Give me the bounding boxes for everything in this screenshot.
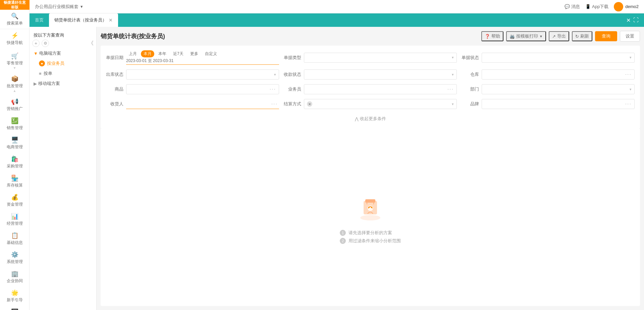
tree-mobile-arrow-icon: ▶ (34, 81, 37, 86)
empty-tip-1: 1 请先选择要分析的方案 (340, 230, 401, 236)
filter-settlement: 结算方式 ✕ ▾ (284, 99, 457, 109)
sidebar-item-system[interactable]: ⚙️ 系统管理 (0, 248, 29, 267)
close-window-icon[interactable]: ✕ (626, 17, 631, 23)
settings-btn[interactable]: 设置 (620, 31, 640, 42)
collapse-bar[interactable]: ⋀ 收起更多条件 (106, 114, 635, 124)
receiver-input[interactable]: ··· (126, 99, 279, 109)
sidebar-item-finance[interactable]: 💰 资金管理 (0, 191, 29, 210)
department-select[interactable]: ▾ (482, 84, 635, 94)
message-icon: 💬 (565, 4, 570, 9)
wholesale-expand-icon: ▲ (13, 89, 16, 93)
sidebar-item-purchase[interactable]: 🛍️ 采购管理 (0, 153, 29, 172)
date-btn-more[interactable]: 更多 (187, 50, 201, 57)
settlement-clear-tag[interactable]: ✕ (307, 101, 312, 107)
breadcrumb-arrow: ▾ (80, 4, 83, 9)
empty-state: 1 请先选择要分析的方案 2 用过滤条件来缩小分析范围 (101, 128, 640, 306)
operations-label: 经营管理 (7, 221, 23, 226)
refresh-btn[interactable]: ↻ 刷新 (572, 31, 592, 41)
add-scheme-btn[interactable]: + (32, 40, 40, 47)
tab-close-icon[interactable]: ✕ (109, 17, 113, 23)
warehouse-label: 仓库 (462, 71, 479, 78)
help-btn[interactable]: ❓ 帮助 (481, 31, 503, 41)
filter-row-1: 单据日期 上月 本月 本年 近7天 更多 自定义 2023-03-01 至 20… (106, 50, 635, 65)
collapse-icon: ⋀ (355, 116, 359, 121)
receipt-status-select[interactable]: ▾ (304, 69, 457, 80)
template-print-btn[interactable]: 🖨️ 按模板打印 ▼ (506, 31, 546, 41)
search-label: 搜索菜单 (7, 20, 23, 26)
newbie-icon: 🌟 (11, 289, 18, 297)
filter-goods: 商品 ··· (106, 84, 279, 94)
sidebar-item-sales[interactable]: 💹 销售管理 (0, 114, 29, 134)
tree-parent-mobile[interactable]: ▶ 移动端方案 (30, 79, 96, 89)
tree-child-salesperson-label: 按业务员 (47, 60, 64, 66)
tree-arrow-icon: ▼ (34, 51, 38, 56)
goods-dots: ··· (270, 86, 276, 92)
tree-child-order[interactable]: ≡ 按单 (30, 68, 96, 79)
receipt-status-arrow: ▾ (452, 72, 454, 77)
quick-nav-icon: ⚡ (11, 32, 18, 39)
query-label: 查询 (602, 34, 610, 39)
sidebar-item-operations[interactable]: 📊 经营管理 (0, 210, 29, 229)
brand-input[interactable]: ··· (482, 99, 635, 109)
sidebar-item-retail[interactable]: 🛒 零售管理 ▼ (0, 50, 29, 72)
sidebar-item-search[interactable]: 🔍 搜索菜单 (0, 10, 29, 29)
topbar-right: 💬 消息 📱 App下载 demo2 (565, 2, 639, 11)
goods-input[interactable]: ··· (126, 84, 279, 94)
tab-home[interactable]: 首页 (30, 13, 49, 27)
filter-row-2: 出库状态 ▾ 收款状态 ▾ 仓库 (106, 69, 635, 80)
out-status-select[interactable]: ▾ (126, 69, 279, 80)
sidebar-item-ecommerce[interactable]: 🖥️ 电商管理 (0, 134, 29, 153)
tree-parent-desktop[interactable]: ▼ 电脑端方案 (30, 48, 96, 58)
export-label: 导出 (557, 33, 566, 39)
tab-sales-stat[interactable]: 销货单统计表（按业务员） ✕ (49, 13, 118, 27)
date-btn-this-month[interactable]: 本月 (141, 50, 154, 57)
sidebar-item-enterprise[interactable]: 🏢 企业协同 (0, 267, 29, 287)
left-panel-title: 按以下方案查询 (34, 32, 92, 38)
date-range-display: 2023-03-01 至 2023-03-31 (126, 58, 279, 65)
app-logo: 畅捷通好生意 标版 (0, 0, 30, 10)
doc-status-select[interactable]: ▾ (482, 53, 635, 63)
date-btn-custom[interactable]: 自定义 (202, 50, 220, 57)
doc-type-select[interactable]: ▾ (304, 53, 457, 63)
sidebar-item-newbie[interactable]: 🌟 新手引导 (0, 287, 29, 306)
quick-nav-label: 快捷导航 (7, 40, 23, 46)
page-actions: ❓ 帮助 🖨️ 按模板打印 ▼ ↗ 导出 ↻ 刷新 (481, 31, 640, 42)
query-btn[interactable]: 查询 (595, 31, 617, 41)
department-label: 部门 (462, 86, 479, 92)
sidebar-item-inventory[interactable]: 🏪 库存核算 (0, 172, 29, 191)
warehouse-input[interactable]: ··· (482, 69, 635, 80)
brand-label: 品牌 (462, 101, 479, 107)
sidebar-item-quick-nav[interactable]: ⚡ 快捷导航 (0, 29, 29, 48)
doc-status-arrow: ▾ (630, 55, 632, 60)
date-btn-last-month[interactable]: 上月 (126, 50, 140, 57)
salesperson-input[interactable]: ··· (304, 84, 457, 94)
settings-scheme-btn[interactable]: ⚙ (42, 40, 49, 47)
sidebar-item-apps[interactable]: 🔲 应用中心 (0, 306, 29, 310)
ecommerce-icon: 🖥️ (11, 136, 18, 144)
template-print-label: 按模板打印 (516, 33, 538, 39)
sidebar-item-marketing[interactable]: 📢 营销推广 (0, 95, 29, 114)
out-status-arrow: ▾ (274, 72, 276, 77)
basic-icon: 📋 (11, 232, 18, 239)
enterprise-icon: 🏢 (11, 270, 18, 277)
svg-point-0 (616, 3, 621, 7)
user-menu[interactable]: demo2 (614, 2, 639, 11)
right-panel: 销货单统计表(按业务员) ❓ 帮助 🖨️ 按模板打印 ▼ ↗ 导出 (97, 27, 644, 310)
export-btn[interactable]: ↗ 导出 (549, 31, 569, 41)
maximize-icon[interactable]: ⛶ (633, 17, 639, 23)
message-btn[interactable]: 💬 消息 (565, 4, 580, 10)
receipt-status-label: 收款状态 (284, 71, 301, 78)
settlement-select[interactable]: ✕ ▾ (304, 99, 457, 109)
tab-sales-stat-label: 销货单统计表（按业务员） (54, 17, 107, 23)
app-download-btn[interactable]: 📱 App下载 (585, 4, 608, 10)
tree-desktop-label: 电脑端方案 (39, 50, 61, 56)
sidebar-item-basic[interactable]: 📋 基础信息 (0, 229, 29, 248)
collapse-panel-btn[interactable]: 《 (88, 40, 94, 47)
settlement-arrow: ▾ (452, 102, 454, 106)
marketing-icon: 📢 (11, 98, 18, 105)
goods-label: 商品 (106, 86, 123, 92)
date-btn-this-year[interactable]: 本年 (156, 50, 169, 57)
sidebar-item-wholesale[interactable]: 📦 批发管理 ▲ (0, 72, 29, 95)
tree-child-salesperson[interactable]: ● 按业务员 (30, 58, 96, 68)
date-btn-7days[interactable]: 近7天 (170, 50, 186, 57)
